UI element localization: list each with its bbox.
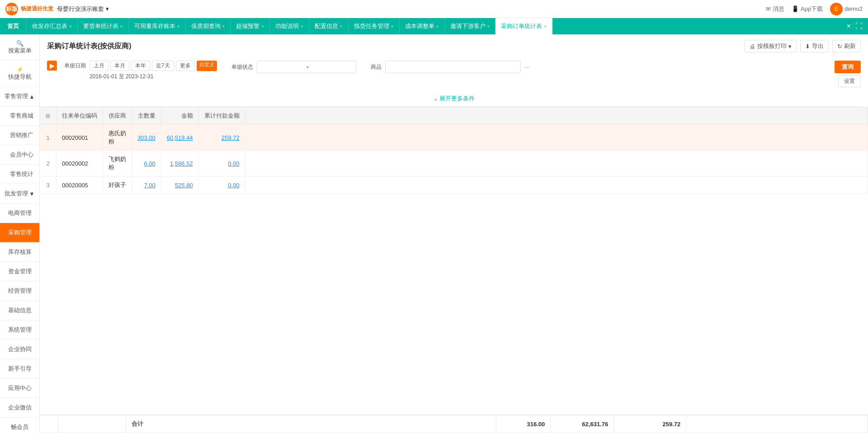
tab-kylkzb[interactable]: 可用量库存账本 × [129, 18, 186, 34]
tab-bqxcx[interactable]: 保质期查询 × [186, 18, 231, 34]
sidebar-item-member[interactable]: 会员中心 [0, 145, 39, 165]
sidebar-item-basic-label: 基础信息 [4, 306, 36, 314]
cell-paid-1[interactable]: 0.00 [198, 151, 245, 176]
custom-date-badge[interactable]: 自定义 [197, 61, 217, 71]
refresh-button[interactable]: ↻ 刷新 [832, 40, 861, 52]
page-title: 采购订单统计表(按供应商) [47, 42, 132, 51]
logo-icon: 标版 [5, 3, 18, 15]
more-filters-icon[interactable]: ··· [524, 63, 530, 71]
data-table-container: ⚙ 往来单位编码 供应商 主数量 金额 累计付款金额 1 00020001 惠氏… [40, 107, 868, 414]
tab-home[interactable]: 首页 [0, 18, 27, 34]
status-select[interactable]: ▾ [257, 61, 356, 73]
status-select-arrow-icon: ▾ [307, 65, 352, 70]
nav-expand-icon[interactable]: ⛶ [854, 21, 864, 31]
goods-input[interactable] [389, 64, 517, 70]
expand-arrow-icon: ⌄ [433, 95, 438, 102]
cell-paid-2[interactable]: 0.00 [198, 176, 245, 194]
tab-cgdtjb-close[interactable]: × [544, 24, 547, 29]
sidebar-item-member2[interactable]: 畅会员 [0, 418, 39, 433]
tab-cbtz[interactable]: 成本调整单 × [400, 18, 445, 34]
sidebar-item-finance[interactable]: 资金管理 [0, 262, 39, 281]
tab-kylkzb-close[interactable]: × [177, 24, 180, 29]
settings-icon[interactable]: ⚙ [45, 113, 51, 119]
footer-row: 合计 316.00 62,631.76 259.72 [40, 415, 868, 433]
sidebar-item-stock[interactable]: 库存核算 [0, 243, 39, 262]
sidebar: 🔍 搜索菜单 ⚡ 快捷导航 零售管理 ▲ 零售商城 营销推广 会员中心 零售统计… [0, 34, 40, 433]
sidebar-item-enterprise[interactable]: 企业协同 [0, 340, 39, 359]
cell-supplier-0: 惠氏奶粉 [103, 125, 132, 151]
app-download-button[interactable]: 📱 App下载 [792, 5, 823, 13]
tab-shfd[interactable]: 收发存汇总表 × [27, 18, 78, 34]
page-actions: 🖨 按模板打印 ▾ ⬇ 导出 ↻ 刷新 [745, 40, 861, 52]
user-menu[interactable]: E demo2 [830, 3, 863, 15]
sidebar-item-operation[interactable]: 经营管理 [0, 281, 39, 301]
tab-yphtj[interactable]: 要货单统计表 × [78, 18, 129, 34]
sidebar-item-wechat[interactable]: 企业微信 [0, 398, 39, 418]
date-btn-7days[interactable]: 近7天 [152, 61, 174, 71]
cell-qty-2[interactable]: 7.00 [132, 176, 161, 194]
message-icon: ✉ [766, 5, 771, 12]
tab-pzxx[interactable]: 配置信息 × [309, 18, 349, 34]
tab-ccyj[interactable]: 超储预警 × [231, 18, 270, 34]
sidebar-item-search[interactable]: 🔍 搜索菜单 [0, 34, 39, 61]
message-button[interactable]: ✉ 消息 [766, 5, 784, 13]
tab-yphtj-close[interactable]: × [120, 24, 123, 29]
tab-phglrw-close[interactable]: × [391, 24, 394, 29]
sidebar-item-system[interactable]: 系统管理 [0, 320, 39, 340]
cell-qty-0[interactable]: 303.00 [132, 125, 161, 151]
sidebar-item-enterprise-label: 企业协同 [4, 345, 36, 353]
tab-yqxykhd[interactable]: 邀请下游客户 × [445, 18, 496, 34]
expand-more-btn[interactable]: ⌄ 展开更多条件 [433, 95, 475, 103]
print-icon: 🖨 [750, 43, 755, 50]
sidebar-item-ecommerce[interactable]: 电商管理 [0, 204, 39, 223]
date-btn-this-month[interactable]: 本月 [110, 61, 129, 71]
print-button[interactable]: 🖨 按模板打印 ▾ [745, 40, 797, 52]
date-btn-more[interactable]: 更多 [176, 61, 195, 71]
print-label: 按模板打印 [757, 42, 787, 50]
tab-shfd-close[interactable]: × [69, 24, 72, 29]
goods-input-wrap[interactable] [385, 61, 521, 73]
tab-phglrw[interactable]: 拣货任务管理 × [349, 18, 400, 34]
sidebar-item-ecommerce-label: 电商管理 [4, 209, 36, 217]
export-button[interactable]: ⬇ 导出 [800, 40, 829, 52]
sidebar-item-purchase[interactable]: 采购管理 [0, 223, 39, 243]
sidebar-item-operation-label: 经营管理 [4, 287, 36, 295]
date-btn-last-month[interactable]: 上月 [90, 61, 108, 71]
nav-close-icon[interactable]: × [845, 21, 853, 31]
cell-paid-0[interactable]: 259.72 [198, 125, 245, 151]
sidebar-item-basic[interactable]: 基础信息 [0, 301, 39, 320]
tab-cbtz-close[interactable]: × [436, 24, 439, 29]
sidebar-item-newguide[interactable]: 新手引导 [0, 359, 39, 379]
sidebar-item-finance-label: 资金管理 [4, 267, 36, 276]
cell-amount-2[interactable]: 525.80 [161, 176, 198, 194]
cell-qty-1[interactable]: 6.00 [132, 151, 161, 176]
tab-cgdtjb[interactable]: 采购订单统计表 × [495, 18, 552, 34]
footer-qty: 316.00 [496, 415, 551, 433]
sidebar-item-marketing[interactable]: 营销推广 [0, 126, 39, 145]
date-btn-this-year[interactable]: 本年 [131, 61, 150, 71]
sidebar-item-retail-stat[interactable]: 零售统计 [0, 165, 39, 184]
filter-toggle-button[interactable]: ▶ [47, 61, 57, 71]
sidebar-item-batch[interactable]: 批发管理 ▼ [0, 184, 39, 204]
tab-pzxx-close[interactable]: × [340, 24, 343, 29]
user-initials: E [835, 5, 839, 12]
query-button[interactable]: 查询 [835, 61, 861, 73]
tab-gnsm-close[interactable]: × [301, 24, 303, 29]
batch-arrow-icon: ▼ [29, 190, 35, 197]
sidebar-item-appcenter[interactable]: 应用中心 [0, 379, 39, 398]
sidebar-item-quick[interactable]: ⚡ 快捷导航 [0, 61, 39, 87]
tab-gnsm[interactable]: 功能说明 × [270, 18, 309, 34]
sidebar-item-retail[interactable]: 零售管理 ▲ [0, 87, 39, 106]
cell-amount-0[interactable]: 60,519.44 [161, 125, 198, 151]
cell-amount-1[interactable]: 1,586.52 [161, 151, 198, 176]
main-layout: 🔍 搜索菜单 ⚡ 快捷导航 零售管理 ▲ 零售商城 营销推广 会员中心 零售统计… [0, 34, 868, 433]
setting-button[interactable]: 设置 [838, 75, 861, 87]
tab-yqxykhd-close[interactable]: × [487, 24, 490, 29]
workspace-selector[interactable]: 母婴行业演示账套 ▾ [57, 5, 109, 13]
th-settings[interactable]: ⚙ [40, 107, 57, 125]
cell-no-2: 3 [40, 176, 57, 194]
nav-tabs: 首页 收发存汇总表 × 要货单统计表 × 可用量库存账本 × 保质期查询 × 超… [0, 18, 868, 34]
tab-ccyj-close[interactable]: × [261, 24, 264, 29]
sidebar-item-retail-mall[interactable]: 零售商城 [0, 106, 39, 126]
tab-bqxcx-close[interactable]: × [222, 24, 225, 29]
